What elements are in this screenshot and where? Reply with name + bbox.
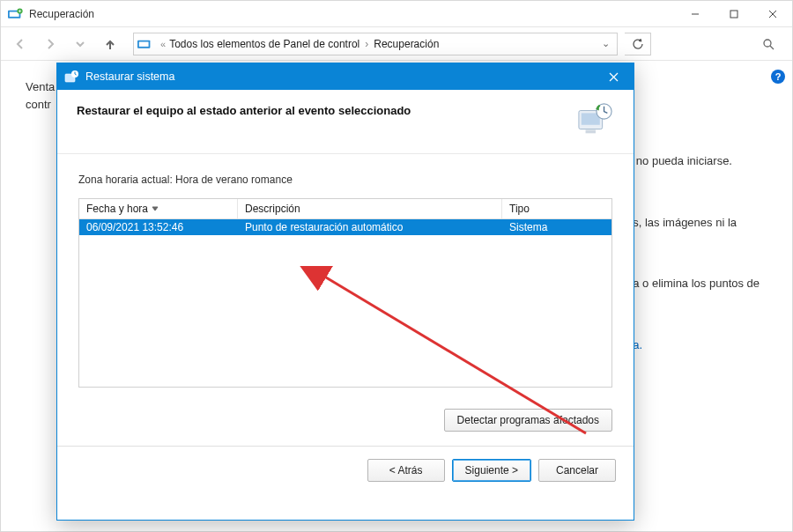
system-restore-dialog: Restaurar sistema Restaurar el equipo al… (56, 63, 634, 521)
timezone-label: Zona horaria actual: Hora de verano roma… (78, 174, 612, 186)
dialog-title: Restaurar sistema (85, 70, 600, 83)
svg-marker-21 (152, 207, 158, 211)
svg-rect-4 (730, 11, 737, 18)
recovery-app-icon (8, 8, 24, 20)
control-panel-window: Recuperación « Todos los elementos de Pa… (0, 0, 793, 532)
svg-line-11 (770, 46, 774, 49)
restore-art-icon (577, 102, 614, 136)
column-header-type[interactable]: Tipo (502, 199, 611, 218)
table-header: Fecha y hora Descripción Tipo (79, 199, 611, 219)
column-header-date[interactable]: Fecha y hora (79, 199, 238, 218)
nav-forward-button[interactable] (40, 33, 61, 55)
nav-up-button[interactable] (100, 33, 121, 55)
breadcrumb-parent[interactable]: Todos los elementos de Panel de control (169, 38, 359, 50)
bg-left-text: Venta contr (26, 78, 55, 113)
dialog-footer: < Atrás Siguiente > Cancelar (57, 447, 634, 494)
svg-rect-9 (139, 41, 149, 46)
recovery-breadcrumb-icon (137, 38, 153, 50)
chevron-right-icon: › (359, 38, 374, 50)
dialog-close-button[interactable] (600, 63, 626, 90)
outer-window-title: Recuperación (29, 8, 94, 20)
chevron-down-icon[interactable]: ⌄ (597, 38, 613, 49)
search-button[interactable] (757, 33, 780, 55)
dialog-heading: Restaurar el equipo al estado anterior a… (77, 102, 567, 117)
back-button[interactable]: < Atrás (367, 459, 445, 482)
close-button[interactable] (753, 1, 792, 27)
breadcrumb-current[interactable]: Recuperación (374, 38, 439, 50)
nav-dropdown-button[interactable] (70, 33, 91, 55)
system-restore-icon (64, 70, 78, 84)
cancel-button[interactable]: Cancelar (538, 459, 616, 482)
minimize-button[interactable] (676, 1, 715, 27)
cell-date: 06/09/2021 13:52:46 (79, 219, 238, 235)
table-rows-container: 06/09/2021 13:52:46 Punto de restauració… (79, 219, 611, 387)
breadcrumb[interactable]: « Todos los elementos de Panel de contro… (133, 33, 618, 55)
cell-type: Sistema (502, 219, 611, 235)
table-row[interactable]: 06/09/2021 13:52:46 Punto de restauració… (79, 219, 611, 235)
bg-right-text: o no pueda iniciarse. os, las imágenes n… (626, 152, 767, 397)
help-icon[interactable]: ? (771, 70, 785, 84)
column-header-description[interactable]: Descripción (238, 199, 502, 218)
sort-descending-icon (152, 203, 159, 215)
dialog-header: Restaurar el equipo al estado anterior a… (57, 90, 634, 154)
breadcrumb-prefix: « (157, 39, 169, 49)
restore-points-table: Fecha y hora Descripción Tipo 06/09/2021… (78, 198, 612, 388)
next-button[interactable]: Siguiente > (452, 459, 531, 482)
dialog-body: Zona horaria actual: Hora de verano roma… (57, 154, 634, 396)
cell-description: Punto de restauración automático (238, 219, 502, 235)
svg-point-10 (764, 40, 771, 47)
maximize-button[interactable] (715, 1, 753, 27)
navigation-bar: « Todos los elementos de Panel de contro… (1, 27, 792, 61)
outer-titlebar: Recuperación (1, 1, 792, 27)
refresh-button[interactable] (625, 33, 651, 55)
svg-rect-18 (586, 129, 596, 133)
detect-programs-button[interactable]: Detectar programas afectados (444, 409, 612, 432)
dialog-titlebar[interactable]: Restaurar sistema (57, 63, 634, 90)
nav-back-button[interactable] (10, 33, 31, 55)
